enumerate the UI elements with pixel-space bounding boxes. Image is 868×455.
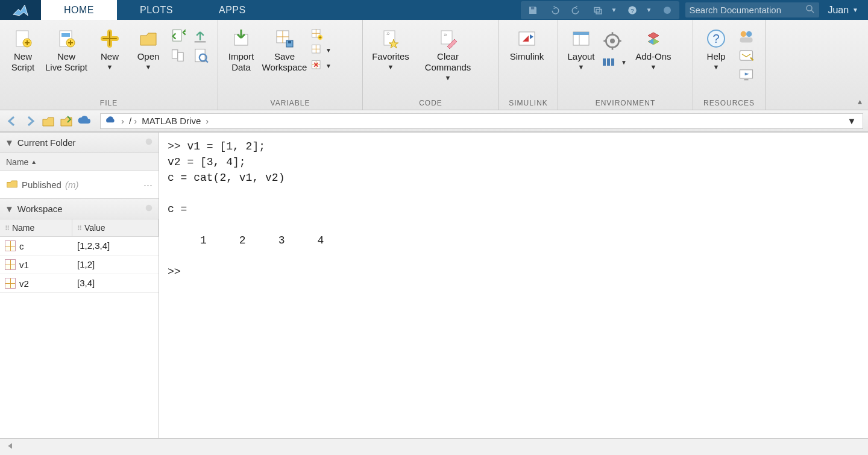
search-documentation[interactable]: [685, 2, 819, 17]
search-icon[interactable]: [805, 4, 816, 16]
path-folder[interactable]: MATLAB Drive: [142, 116, 201, 126]
tab-plots[interactable]: PLOTS: [117, 0, 196, 20]
cmd-line: c = cat(2, v1, v2): [168, 172, 285, 184]
nav-back-icon[interactable]: [5, 114, 19, 128]
workspace-row[interactable]: v1 [1,2]: [0, 256, 159, 274]
cmd-output: 1 2 3 4: [168, 234, 324, 246]
folder-item[interactable]: Published (m) ⋯: [0, 171, 159, 199]
chevron-down-icon: ▼: [5, 204, 14, 214]
clear-workspace-button[interactable]: ▼: [311, 60, 332, 72]
path-root[interactable]: /: [129, 116, 131, 126]
svg-text:?: ?: [712, 32, 719, 45]
save-icon[interactable]: [524, 2, 541, 18]
group-variable: Import Data Save Workspace ▼ ▼ VARIABLE: [218, 20, 363, 110]
gear-icon[interactable]: [144, 137, 154, 148]
workspace-row[interactable]: v2 [3,4]: [0, 274, 159, 293]
cmd-output: c =: [168, 203, 187, 215]
learn-matlab-button[interactable]: [738, 67, 755, 83]
workspace-header[interactable]: ▼ Workspace: [0, 199, 159, 219]
redo-icon[interactable]: [568, 2, 585, 18]
var-name: v2: [19, 278, 29, 289]
favorites-button[interactable]: » Favorites ▼: [366, 26, 415, 73]
new-variable-button[interactable]: [311, 28, 332, 40]
eraser-icon: »: [438, 28, 458, 49]
new-script-button[interactable]: New Script: [4, 26, 42, 75]
path-dropdown[interactable]: ▼: [844, 116, 859, 126]
help-icon[interactable]: ?: [624, 2, 641, 18]
sort-asc-icon: ▲: [31, 158, 37, 165]
chevron-down-icon: ▼: [388, 63, 394, 71]
qat-drop[interactable]: ▼: [611, 7, 617, 13]
svg-point-5: [664, 7, 671, 14]
addons-button[interactable]: Add-Ons ▼: [629, 26, 678, 73]
chevron-down-icon: ▼: [107, 63, 113, 71]
go-to-file-icon[interactable]: [192, 48, 209, 63]
svg-text:»: »: [386, 30, 390, 37]
svg-rect-53: [740, 37, 753, 42]
col-value: Value: [84, 223, 105, 233]
preferences-icon[interactable]: [603, 32, 622, 50]
workspace-row[interactable]: c [1,2,3,4]: [0, 237, 159, 256]
import-data-button[interactable]: Import Data: [222, 26, 260, 75]
new-live-script-button[interactable]: New Live Script: [42, 26, 90, 75]
search-input[interactable]: [689, 5, 805, 15]
cmd-line: v2 = [3, 4];: [168, 156, 246, 168]
folder-up-icon[interactable]: [41, 114, 55, 128]
rewind-icon[interactable]: [5, 441, 14, 453]
save-workspace-icon: [274, 28, 295, 49]
gear-icon[interactable]: [144, 203, 154, 215]
folder-browse-icon[interactable]: [59, 114, 74, 128]
svg-marker-14: [183, 29, 186, 32]
workspace-columns[interactable]: ⠿ Name ⠿ Value: [0, 219, 159, 237]
help-button[interactable]: ? Help ▼: [697, 26, 735, 73]
cloud-folder-icon[interactable]: [77, 114, 92, 128]
group-simulink: Simulink SIMULINK: [499, 20, 558, 110]
svg-rect-46: [603, 58, 606, 66]
compare-icon[interactable]: [170, 48, 187, 63]
current-folder-title: Current Folder: [17, 137, 76, 148]
command-window[interactable]: >> v1 = [1, 2]; v2 = [3, 4]; c = cat(2, …: [159, 133, 868, 455]
new-button[interactable]: New ▼: [90, 26, 129, 73]
folder-columns[interactable]: Name ▲: [0, 153, 159, 171]
clear-commands-button[interactable]: » Clear Commands ▼: [415, 26, 481, 84]
folder-item-tag: (m): [65, 180, 79, 190]
top-right: ▼ ? ▼ Juan ▼: [521, 0, 868, 20]
svg-rect-15: [172, 50, 178, 58]
svg-rect-11: [61, 33, 70, 37]
open-variable-button[interactable]: ▼: [311, 44, 332, 56]
help-drop[interactable]: ▼: [646, 7, 652, 13]
file-small-col: [168, 26, 189, 66]
svg-point-6: [807, 5, 812, 11]
svg-point-58: [146, 139, 153, 145]
set-path-button[interactable]: ▼: [603, 56, 627, 68]
save-workspace-button[interactable]: Save Workspace: [260, 26, 309, 75]
user-name: Juan: [828, 5, 849, 16]
status-bar: [0, 438, 868, 455]
folder-icon: [6, 179, 18, 190]
tab-apps[interactable]: APPS: [196, 0, 269, 20]
breadcrumb[interactable]: / MATLAB Drive ▼: [100, 113, 863, 129]
request-support-button[interactable]: [738, 48, 755, 63]
community-button[interactable]: [738, 28, 755, 44]
collapse-toolstrip-icon[interactable]: ▴: [858, 96, 862, 106]
nav-forward-icon[interactable]: [23, 114, 37, 128]
community-icon[interactable]: [659, 2, 676, 18]
current-folder-header[interactable]: ▼ Current Folder: [0, 133, 159, 153]
group-label-variable: VARIABLE: [218, 99, 362, 110]
upload-icon[interactable]: [192, 28, 209, 44]
find-files-icon[interactable]: [170, 28, 187, 44]
switch-windows-icon[interactable]: [590, 2, 606, 18]
simulink-button[interactable]: Simulink: [503, 26, 551, 64]
cloud-icon: [104, 115, 116, 127]
var-value: [1,2]: [72, 256, 159, 274]
undo-icon[interactable]: [546, 2, 563, 18]
help-circle-icon: ?: [706, 28, 726, 49]
variable-icon: [5, 259, 16, 270]
tab-home[interactable]: HOME: [41, 0, 117, 20]
svg-rect-47: [607, 58, 610, 66]
user-menu[interactable]: Juan ▼: [822, 5, 864, 16]
open-button[interactable]: Open ▼: [129, 26, 168, 73]
more-icon[interactable]: ⋯: [143, 180, 153, 190]
workspace-table: ⠿ Name ⠿ Value c [1,2,3,4] v1 [1,2] v2 […: [0, 219, 159, 444]
layout-button[interactable]: Layout ▼: [562, 26, 600, 73]
